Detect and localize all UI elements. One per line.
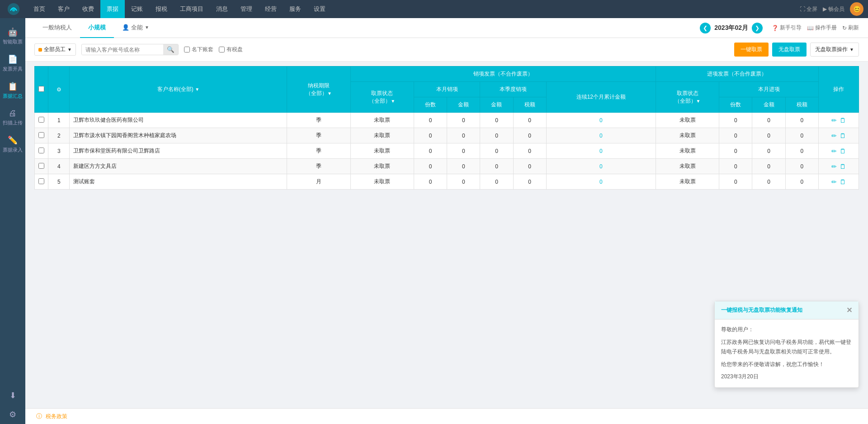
search-input[interactable] — [82, 45, 163, 55]
notification-line-2: 给您带来的不便敬请谅解，祝您工作愉快！ — [721, 360, 852, 370]
row-name-0: 卫辉市玖玖健合医药有限公司 — [70, 113, 287, 128]
user-avatar[interactable]: 😊 — [850, 2, 863, 16]
notification-close-button[interactable]: ✕ — [846, 306, 852, 314]
row-period-0: 季 — [287, 113, 350, 128]
row-sale-month-qty-0: 0 — [414, 113, 447, 128]
row-actions-1: ✏ 🗒 — [818, 128, 859, 143]
col-purchase-month-tax-header: 税额 — [785, 97, 818, 113]
col-sale-season-amt-header: 金额 — [480, 97, 513, 113]
col-settings-header: ⚙ — [48, 67, 70, 113]
search-button[interactable]: 🔍 — [163, 44, 178, 55]
row-edit-icon-1[interactable]: ✏ — [831, 132, 837, 139]
period-next-button[interactable]: ❯ — [752, 23, 763, 33]
row-detail-icon-3[interactable]: 🗒 — [840, 163, 846, 170]
row-checkbox-2[interactable] — [38, 148, 44, 153]
notification-header: 一键报税与无盘取票功能恢复通知 ✕ — [715, 301, 859, 319]
invoice-table: ⚙ 客户名称(全部) ▼ 纳税期限（全部）▼ 销项发票（不合作废票） 进项发票（… — [34, 66, 859, 190]
row-purchase-status-1: 未取票 — [656, 128, 719, 143]
row-checkbox-1[interactable] — [38, 132, 44, 138]
row-checkbox-0[interactable] — [38, 117, 44, 123]
nav-fee[interactable]: 收费 — [76, 0, 100, 18]
nav-operate[interactable]: 经营 — [259, 0, 283, 18]
scan-upload-icon: 🖨 — [9, 109, 17, 118]
has-disk-checkbox[interactable]: 有税盘 — [219, 46, 243, 53]
sidebar-item-smart-ticket[interactable]: 🤖 智能取票 — [0, 23, 25, 50]
row-detail-icon-4[interactable]: 🗒 — [840, 178, 846, 186]
row-period-1: 季 — [287, 128, 350, 143]
col-12month-header: 连续12个月累计金额 — [546, 82, 656, 113]
refresh-button[interactable]: ↻ 刷新 — [842, 24, 859, 32]
nav-service[interactable]: 服务 — [283, 0, 307, 18]
employee-filter[interactable]: 全部员工 ▼ — [34, 43, 76, 56]
top-navigation: 首页 客户 收费 票据 记账 报税 工商项目 消息 管理 经营 服务 设置 ⛶ … — [0, 0, 868, 18]
name-account-check-input[interactable] — [184, 47, 190, 52]
row-12month-amt-0[interactable]: 0 — [546, 113, 656, 128]
row-edit-icon-2[interactable]: ✏ — [831, 148, 837, 155]
row-detail-icon-0[interactable]: 🗒 — [840, 117, 846, 124]
sidebar-item-download[interactable]: ⬇ — [0, 386, 25, 405]
tax-policy-icon: ⓘ — [36, 412, 42, 420]
sidebar-item-settings[interactable]: ⚙ — [0, 405, 25, 424]
row-detail-icon-1[interactable]: 🗒 — [840, 132, 846, 139]
tab-general-taxpayer[interactable]: 一般纳税人 — [34, 18, 80, 38]
row-actions-0: ✏ 🗒 — [818, 113, 859, 128]
sidebar-item-invoice-entry[interactable]: ✏️ 票据录入 — [0, 131, 25, 158]
nav-bookkeeping[interactable]: 记账 — [125, 0, 149, 18]
row-edit-icon-0[interactable]: ✏ — [831, 117, 837, 124]
period-prev-button[interactable]: ❮ — [700, 23, 711, 33]
has-disk-check-input[interactable] — [219, 47, 225, 52]
notification-body: 尊敬的用户： 江苏政务网已恢复访问电子税务局功能，易代账一键登陆电子税务局与无盘… — [715, 319, 859, 387]
nav-client[interactable]: 客户 — [52, 0, 76, 18]
sidebar-item-invoice-issue[interactable]: 📄 发票开具 — [0, 50, 25, 77]
row-purchase-month-qty-4: 0 — [719, 174, 752, 190]
row-sale-status-1: 未取票 — [350, 128, 414, 143]
row-no-2: 3 — [48, 143, 70, 159]
table-body: 1 卫辉市玖玖健合医药有限公司 季 未取票 0 0 0 0 0 未取票 0 0 … — [35, 113, 859, 190]
col-sale-season-tax-header: 税额 — [513, 97, 546, 113]
invoice-entry-icon: ✏️ — [8, 135, 18, 145]
col-action-header: 操作 — [818, 67, 859, 113]
row-12month-amt-3[interactable]: 0 — [546, 159, 656, 174]
fullscreen-button[interactable]: ⛶ 全屏 — [800, 5, 817, 13]
notification-title: 一键报税与无盘取票功能恢复通知 — [721, 306, 802, 314]
tab-small-scale[interactable]: 小规模 — [80, 18, 114, 38]
col-period-header: 纳税期限（全部）▼ — [287, 67, 350, 113]
row-checkbox-4[interactable] — [38, 178, 44, 184]
new-guide-button[interactable]: ❓ 新手引导 — [772, 24, 802, 32]
row-sale-status-0: 未取票 — [350, 113, 414, 128]
row-checkbox-3[interactable] — [38, 163, 44, 169]
row-edit-icon-3[interactable]: ✏ — [831, 163, 837, 170]
row-sale-season-amt-1: 0 — [480, 128, 513, 143]
row-detail-icon-2[interactable]: 🗒 — [840, 148, 846, 155]
nav-business[interactable]: 工商项目 — [174, 0, 210, 18]
nav-settings[interactable]: 设置 — [307, 0, 332, 18]
diskless-ticket-button[interactable]: 无盘取票 — [772, 43, 807, 57]
row-purchase-month-qty-0: 0 — [719, 113, 752, 128]
row-checkbox-cell — [35, 113, 48, 128]
sidebar-item-invoice-summary[interactable]: 📋 票据汇总 — [0, 77, 25, 104]
row-edit-icon-4[interactable]: ✏ — [831, 178, 837, 186]
footer-bar[interactable]: ⓘ 税务政策 — [25, 408, 868, 424]
diskless-ticket-operation-button[interactable]: 无盘取票操作 ▼ — [810, 43, 859, 57]
filter-bar: 全部员工 ▼ 🔍 名下账套 有税盘 一键取票 无盘取票 无盘取票操作 ▼ — [25, 38, 868, 62]
nav-message[interactable]: 消息 — [210, 0, 234, 18]
select-all-checkbox[interactable] — [38, 86, 44, 92]
row-12month-amt-2[interactable]: 0 — [546, 143, 656, 159]
nav-invoice[interactable]: 票据 — [100, 0, 125, 18]
row-sale-month-amt-2: 0 — [447, 143, 480, 159]
row-no-4: 5 — [48, 174, 70, 190]
nav-tax[interactable]: 报税 — [149, 0, 174, 18]
row-12month-amt-4[interactable]: 0 — [546, 174, 656, 190]
tab-all-capable[interactable]: 👤 全能 ▼ — [114, 18, 157, 38]
row-actions-3: ✏ 🗒 — [818, 159, 859, 174]
sidebar-item-scan-upload[interactable]: 🖨 扫描上传 — [0, 104, 25, 131]
manual-button[interactable]: 📖 操作手册 — [807, 24, 837, 32]
one-click-ticket-button[interactable]: 一键取票 — [734, 43, 769, 57]
name-account-checkbox[interactable]: 名下账套 — [184, 46, 213, 53]
row-sale-month-qty-2: 0 — [414, 143, 447, 159]
nav-manage[interactable]: 管理 — [234, 0, 259, 18]
app-logo[interactable] — [5, 3, 23, 15]
nav-home[interactable]: 首页 — [27, 0, 52, 18]
vip-button[interactable]: ▶ 畅会员 — [823, 5, 844, 13]
row-12month-amt-1[interactable]: 0 — [546, 128, 656, 143]
